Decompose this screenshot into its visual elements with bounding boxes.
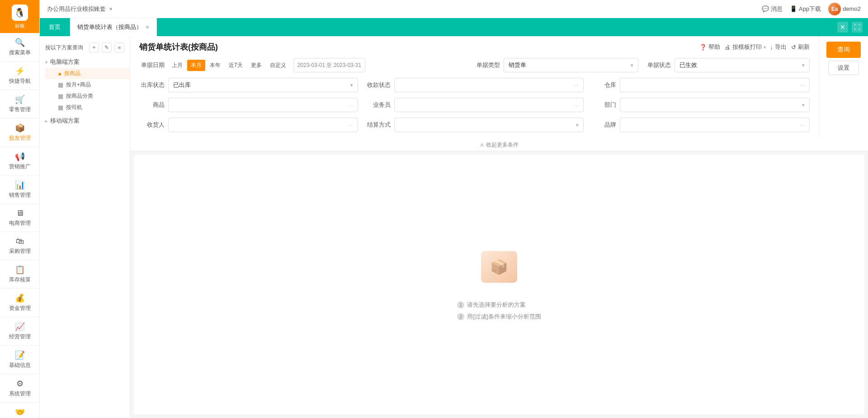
tree-by-category[interactable]: ▦ 按商品分类 (45, 90, 130, 102)
warehouse-input[interactable]: ··· (620, 78, 810, 92)
wholesale-icon: 📦 (15, 123, 25, 133)
date-range-display[interactable]: 2023-03-01 至 2023-03-31 (293, 58, 365, 72)
settings-button[interactable]: 设置 (828, 61, 859, 75)
sidebar-item-system[interactable]: ⚙ 系统管理 (0, 374, 39, 403)
home-tab-label: 首页 (49, 23, 61, 31)
docstatus-select[interactable]: 已生效 ▾ (675, 58, 810, 72)
user-menu[interactable]: Ea demo2 (828, 3, 861, 15)
help-button[interactable]: ❓ 帮助 (699, 43, 720, 51)
date-tab-lastmonth[interactable]: 上月 (168, 60, 186, 71)
doctype-arrow: ▾ (631, 62, 633, 68)
system-icon: ⚙ (16, 379, 24, 389)
sidebar-item-enterprise[interactable]: 🤝 企业协同 (0, 403, 39, 418)
edit-scheme-button[interactable]: ✎ (102, 43, 112, 52)
staff-dots: ··· (574, 102, 579, 109)
export-button[interactable]: ↓ 导出 (770, 43, 787, 51)
tree-desktop-node[interactable]: ▾ 电脑端方案 (40, 56, 130, 68)
print-icon: 🖨 (725, 44, 731, 51)
add-scheme-button[interactable]: + (89, 43, 99, 52)
by-cashier-icon: ▦ (58, 104, 63, 111)
refresh-button[interactable]: ↺ 刷新 (791, 43, 810, 51)
collapse-more-button[interactable]: ∧ 收起更多条件 (130, 138, 868, 151)
empty-icon (476, 247, 522, 292)
tree-by-product[interactable]: ● 按商品 (45, 68, 130, 79)
query-button[interactable]: 查询 (826, 42, 861, 58)
date-tab-7days[interactable]: 近7天 (225, 60, 246, 71)
filter-dept-item: 部门 ▾ (591, 98, 810, 112)
sidebar-item-search[interactable]: 🔍 搜索菜单 (0, 33, 39, 62)
filter-paymentstatus-item: 收款状态 ··· (365, 78, 584, 92)
date-tab-thismonth[interactable]: 本月 (187, 60, 205, 71)
staff-input[interactable]: ··· (394, 98, 584, 112)
sales-icon: 📊 (15, 180, 25, 190)
sidebar-item-quick-nav[interactable]: ⚡ 快捷导航 (0, 62, 39, 90)
collapse-panel-button[interactable]: « (114, 43, 124, 52)
print-arrow: ▾ (764, 45, 766, 50)
sidebar-item-ecommerce[interactable]: 🖥 电商管理 (0, 204, 39, 232)
docstatus-value: 已生效 (679, 61, 697, 69)
by-product-label: 按商品 (64, 70, 80, 77)
tab-minimize-button[interactable]: ✕ (837, 22, 848, 33)
tab-active[interactable]: 销货单统计表（按商品） × (70, 18, 157, 36)
recipient-input[interactable]: ··· (168, 118, 358, 132)
inventory-icon: 📋 (15, 265, 25, 275)
logo-area[interactable]: 🐧 标账 (0, 0, 39, 33)
dept-select[interactable]: ▾ (620, 98, 810, 112)
print-button[interactable]: 🖨 按模板打印 ▾ (725, 43, 766, 51)
sidebar-item-inventory[interactable]: 📋 库存核算 (0, 260, 39, 289)
sidebar-item-label: 经营管理 (9, 333, 31, 341)
avatar: Ea (828, 3, 841, 15)
tree-by-cashier[interactable]: ▦ 按司机 (45, 102, 130, 113)
sidebar-item-basic-info[interactable]: 📝 基础信息 (0, 346, 39, 374)
by-category-label: 按商品分类 (66, 92, 93, 100)
product-input[interactable]: ··· (168, 98, 358, 112)
tree-by-month-product[interactable]: ▦ 按月+商品 (45, 79, 130, 90)
logo-icon: 🐧 (12, 5, 28, 21)
brand-label: 品牌 (591, 121, 616, 129)
sidebar-item-sales[interactable]: 📊 销售管理 (0, 176, 39, 204)
download-icon: 📱 (790, 5, 797, 12)
message-button[interactable]: 💬 消息 (762, 5, 783, 13)
filter-main: 销货单统计表(按商品) ❓ 帮助 🖨 按模板打印 ▾ (130, 36, 819, 138)
tab-close-button[interactable]: × (146, 24, 149, 31)
panel-header: 按以下方案查询 + ✎ « (40, 41, 130, 56)
tab-bar-actions: ✕ ⛶ (837, 22, 868, 33)
date-tab-thisyear[interactable]: 本年 (206, 60, 224, 71)
paymethod-select[interactable]: ▾ (394, 118, 584, 132)
dept-label: 部门 (591, 101, 616, 109)
download-button[interactable]: 📱 App下载 (790, 5, 821, 13)
tab-home[interactable]: 首页 (40, 18, 70, 36)
date-tabs: 上月 本月 本年 近7天 更多 自定义 (168, 60, 290, 71)
operations-icon: 📈 (15, 322, 25, 332)
by-month-icon: ▦ (58, 81, 63, 88)
print-label: 按模板打印 (732, 43, 762, 51)
date-tab-custom[interactable]: 自定义 (266, 60, 290, 71)
top-bar: 办公用品行业模拟账套 ▾ 💬 消息 📱 App下载 Ea demo2 (40, 0, 868, 18)
sidebar-item-wholesale[interactable]: 📦 批发管理 (0, 119, 39, 147)
page-title-row: 销货单统计表(按商品) ❓ 帮助 🖨 按模板打印 ▾ (139, 42, 810, 52)
sidebar-item-retail[interactable]: 🛒 零售管理 (0, 90, 39, 119)
paymethod-arrow: ▾ (576, 122, 579, 128)
help-label: 帮助 (708, 43, 720, 51)
help-icon: ❓ (699, 44, 707, 51)
sidebar-item-purchase[interactable]: 🛍 采购管理 (0, 232, 39, 260)
filter-section: 销货单统计表(按商品) ❓ 帮助 🖨 按模板打印 ▾ (130, 36, 868, 151)
staff-label: 业务员 (365, 101, 391, 109)
paymentstatus-input[interactable]: ··· (394, 78, 584, 92)
refresh-label: 刷新 (798, 43, 810, 51)
brand-input[interactable]: ··· (620, 118, 810, 132)
filter-and-btn-row: 销货单统计表(按商品) ❓ 帮助 🖨 按模板打印 ▾ (130, 36, 868, 138)
sidebar-item-marketing[interactable]: 📢 营销推广 (0, 147, 39, 176)
sidebar-item-finance[interactable]: 💰 资金管理 (0, 289, 39, 317)
sidebar-item-operations[interactable]: 📈 经营管理 (0, 317, 39, 346)
outstatus-select[interactable]: 已出库 ▾ (168, 78, 358, 92)
tree-mobile-node[interactable]: ▸ 移动端方案 (40, 115, 130, 127)
tree-desktop-children: ● 按商品 ▦ 按月+商品 ▦ 按商品分类 ▦ 按司机 (40, 68, 130, 113)
docstatus-arrow: ▾ (802, 62, 805, 68)
date-tab-more[interactable]: 更多 (247, 60, 265, 71)
sidebar-item-label: 搜索菜单 (9, 49, 31, 57)
empty-box-illustration (481, 251, 517, 283)
paymentstatus-dots: ··· (574, 82, 579, 89)
doctype-select[interactable]: 销货单 ▾ (504, 58, 639, 72)
tab-maximize-button[interactable]: ⛶ (852, 22, 863, 33)
